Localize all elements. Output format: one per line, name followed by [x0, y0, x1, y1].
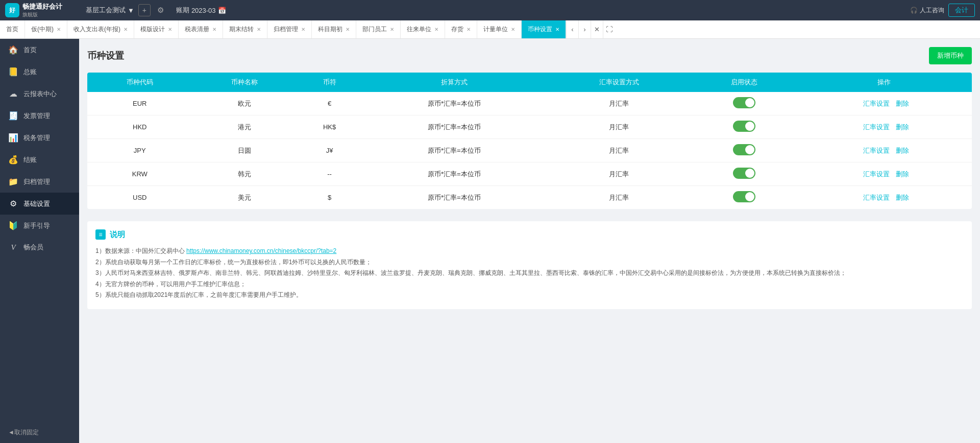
- delete-btn-1[interactable]: 删除: [896, 123, 909, 131]
- sidebar-tax-label: 税务管理: [23, 133, 50, 143]
- calendar-icon[interactable]: 📅: [218, 7, 226, 14]
- cell-rate-type-1: 月汇率: [547, 115, 692, 139]
- sidebar-item-member[interactable]: V 畅会员: [0, 237, 79, 258]
- tab-tax-table-close[interactable]: ✕: [212, 27, 216, 32]
- sidebar-item-settle[interactable]: 💰 结账: [0, 149, 79, 171]
- cell-rate-type-3: 月汇率: [547, 162, 692, 186]
- delete-btn-0[interactable]: 删除: [896, 100, 909, 107]
- tab-bar: 首页 仮(中期) ✕ 收入支出表(年报) ✕ 模版设计 ✕ 税表清册 ✕ 期末结…: [0, 20, 980, 39]
- tab-contacts[interactable]: 往来单位 ✕: [401, 20, 445, 38]
- tab-close-button[interactable]: ✕: [591, 20, 603, 39]
- tab-dept-staff-close[interactable]: ✕: [390, 27, 394, 32]
- tab-subject-init[interactable]: 科目期初 ✕: [312, 20, 356, 38]
- new-currency-button[interactable]: 新增币种: [929, 47, 972, 64]
- toggle-switch-3[interactable]: [733, 168, 755, 179]
- customer-service-label: 人工咨询: [920, 6, 944, 15]
- toggle-switch-0[interactable]: [733, 97, 755, 108]
- tab-annual-close[interactable]: ✕: [124, 27, 128, 32]
- delete-btn-3[interactable]: 删除: [896, 170, 909, 178]
- tab-currency[interactable]: 币种设置 ✕: [522, 20, 566, 38]
- tab-interim-label: 仮(中期): [31, 25, 54, 34]
- tab-subject-init-close[interactable]: ✕: [346, 27, 350, 32]
- cell-calc-4: 原币*汇率=本位币: [362, 186, 547, 209]
- tab-unit-close[interactable]: ✕: [511, 27, 515, 32]
- cell-status-2[interactable]: [692, 139, 797, 162]
- sidebar-item-home[interactable]: 🏠 首页: [0, 39, 79, 61]
- tab-inventory-label: 存货: [451, 25, 463, 34]
- tab-interim-close[interactable]: ✕: [57, 27, 61, 32]
- settings-gear-button[interactable]: ⚙: [155, 4, 167, 16]
- table-row: KRW 韩元 -- 原币*汇率=本位币 月汇率 汇率设置 删除: [87, 162, 972, 186]
- col-action: 操作: [796, 73, 972, 92]
- tab-tax-table[interactable]: 税表清册 ✕: [179, 20, 223, 38]
- sidebar-item-tax[interactable]: 📊 税务管理: [0, 127, 79, 149]
- account-button[interactable]: 会计: [948, 4, 975, 17]
- cell-action-1: 汇率设置 删除: [796, 115, 972, 139]
- rate-setting-btn-3[interactable]: 汇率设置: [863, 170, 890, 178]
- tab-next-button[interactable]: ›: [578, 20, 591, 39]
- notice-item-3: 3）人民币对马来西亚林吉特、俄罗斯卢布、南非兰特、韩元、阿联酋迪拉姆、沙特里亚尔…: [95, 268, 964, 279]
- sidebar-archive-label: 归档管理: [23, 177, 50, 186]
- tab-dept-staff[interactable]: 部门员工 ✕: [356, 20, 401, 38]
- toggle-switch-4[interactable]: [733, 191, 755, 202]
- tab-inventory-close[interactable]: ✕: [467, 27, 471, 32]
- tab-currency-close[interactable]: ✕: [555, 27, 559, 32]
- cell-calc-2: 原币*汇率=本位币: [362, 139, 547, 162]
- sidebar-basic-label: 基础设置: [23, 199, 50, 208]
- cell-calc-3: 原币*汇率=本位币: [362, 162, 547, 186]
- tab-contacts-close[interactable]: ✕: [434, 27, 438, 32]
- rate-setting-btn-0[interactable]: 汇率设置: [863, 100, 890, 107]
- toggle-switch-2[interactable]: [733, 144, 755, 155]
- tab-archive[interactable]: 归档管理 ✕: [267, 20, 312, 38]
- add-org-button[interactable]: +: [138, 4, 151, 16]
- tab-unit[interactable]: 计量单位 ✕: [477, 20, 522, 38]
- cell-status-4[interactable]: [692, 186, 797, 209]
- cell-status-0[interactable]: [692, 92, 797, 115]
- tab-period-close-x[interactable]: ✕: [257, 27, 261, 32]
- notice-link[interactable]: https://www.chinamoney.com.cn/chinese/bk…: [186, 247, 336, 254]
- org-selector[interactable]: 基层工会测试 ▼: [86, 6, 134, 15]
- period-label: 账期: [176, 6, 189, 15]
- sidebar-item-guide[interactable]: 🔰 新手引导: [0, 215, 79, 237]
- cell-status-1[interactable]: [692, 115, 797, 139]
- sidebar-member-label: 畅会员: [23, 243, 43, 252]
- rate-setting-btn-4[interactable]: 汇率设置: [863, 194, 890, 201]
- sidebar-ledger-label: 总账: [23, 67, 37, 77]
- notice-title-text: 说明: [110, 230, 125, 240]
- toggle-switch-1[interactable]: [733, 121, 755, 132]
- rate-setting-btn-2[interactable]: 汇率设置: [863, 147, 890, 154]
- table-row: JPY 日圆 J¥ 原币*汇率=本位币 月汇率 汇率设置 删除: [87, 139, 972, 162]
- delete-btn-4[interactable]: 删除: [896, 194, 909, 201]
- cell-code-3: KRW: [87, 162, 192, 186]
- sidebar-item-archive[interactable]: 📁 归档管理: [0, 171, 79, 193]
- tab-prev-button[interactable]: ‹: [566, 20, 578, 39]
- sidebar-item-basic[interactable]: ⚙ 基础设置: [0, 193, 79, 215]
- headset-icon: 🎧: [910, 7, 918, 14]
- tab-period-close[interactable]: 期末结转 ✕: [223, 20, 267, 38]
- tab-template[interactable]: 模版设计 ✕: [134, 20, 179, 38]
- sidebar-reports-label: 云报表中心: [23, 89, 57, 99]
- tab-archive-close[interactable]: ✕: [301, 27, 305, 32]
- sidebar-item-reports[interactable]: ☁ 云报表中心: [0, 83, 79, 105]
- tab-contacts-label: 往来单位: [407, 25, 431, 34]
- sidebar-item-invoice[interactable]: 🧾 发票管理: [0, 105, 79, 127]
- delete-btn-2[interactable]: 删除: [896, 147, 909, 154]
- tab-home-label: 首页: [6, 25, 18, 34]
- cell-name-0: 欧元: [192, 92, 298, 115]
- col-symbol: 币符: [297, 73, 362, 92]
- tab-expand-button[interactable]: ⛶: [603, 20, 615, 39]
- cell-symbol-1: HK$: [297, 115, 362, 139]
- customer-service-button[interactable]: 🎧 人工咨询: [910, 6, 944, 15]
- tab-annual-report[interactable]: 收入支出表(年报) ✕: [67, 20, 134, 38]
- cell-name-1: 港元: [192, 115, 298, 139]
- table-row: EUR 欧元 € 原币*汇率=本位币 月汇率 汇率设置 删除: [87, 92, 972, 115]
- cell-rate-type-2: 月汇率: [547, 139, 692, 162]
- cell-status-3[interactable]: [692, 162, 797, 186]
- tab-interim[interactable]: 仮(中期) ✕: [25, 20, 67, 38]
- tab-inventory[interactable]: 存货 ✕: [445, 20, 477, 38]
- rate-setting-btn-1[interactable]: 汇率设置: [863, 123, 890, 131]
- tab-template-close[interactable]: ✕: [168, 27, 172, 32]
- tab-home[interactable]: 首页: [0, 20, 25, 38]
- sidebar-item-ledger[interactable]: 📒 总账: [0, 61, 79, 83]
- sidebar-unpin[interactable]: ◄取消固定: [0, 422, 79, 443]
